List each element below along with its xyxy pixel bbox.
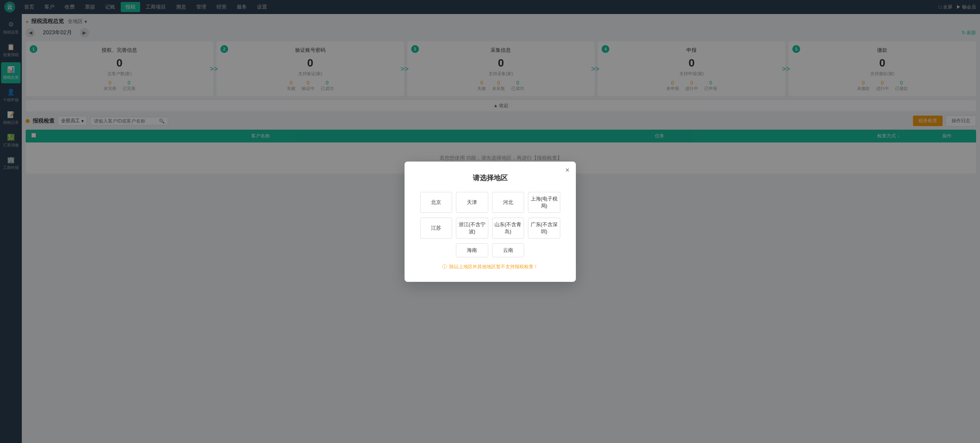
region-empty-3: [528, 243, 560, 257]
region-btn-yunnan[interactable]: 云南: [492, 243, 524, 257]
region-grid-row1: 北京 天津 河北 上海(电子税局): [420, 192, 560, 213]
modal-title: 请选择地区: [420, 173, 560, 183]
region-btn-guangdong[interactable]: 广东(不含深圳): [528, 218, 560, 239]
modal-warning: ⓘ 除以上地区外其他地区暂不支持报税检查！: [420, 264, 560, 270]
region-select-modal: × 请选择地区 北京 天津 河北 上海(电子税局) 江苏 浙江(不含宁波) 山东…: [405, 162, 576, 282]
region-btn-jiangsu[interactable]: 江苏: [420, 218, 452, 239]
region-btn-hainan[interactable]: 海南: [456, 243, 488, 257]
region-btn-hebei[interactable]: 河北: [492, 192, 524, 213]
warning-icon: ⓘ: [442, 264, 447, 270]
region-empty-0: [420, 243, 452, 257]
modal-overlay[interactable]: × 请选择地区 北京 天津 河北 上海(电子税局) 江苏 浙江(不含宁波) 山东…: [0, 0, 980, 443]
modal-close-btn[interactable]: ×: [565, 166, 570, 174]
region-btn-shandong[interactable]: 山东(不含青岛): [492, 218, 524, 239]
warning-text: 除以上地区外其他地区暂不支持报税检查！: [449, 264, 538, 270]
region-btn-zhejiang[interactable]: 浙江(不含宁波): [456, 218, 488, 239]
region-btn-tianjin[interactable]: 天津: [456, 192, 488, 213]
region-grid-row3: 海南 云南: [420, 243, 560, 257]
region-btn-beijing[interactable]: 北京: [420, 192, 452, 213]
region-btn-shanghai[interactable]: 上海(电子税局): [528, 192, 560, 213]
region-grid-row2: 江苏 浙江(不含宁波) 山东(不含青岛) 广东(不含深圳): [420, 218, 560, 239]
